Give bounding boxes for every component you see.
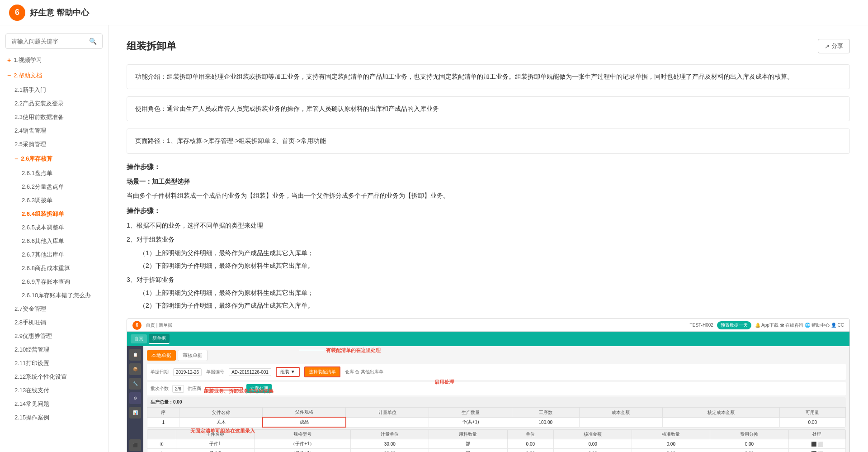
sidebar-item-mobile[interactable]: 2.8手机旺铺 [0, 316, 108, 329]
search-icon[interactable]: 🔍 [89, 38, 97, 45]
sim-th-prod-qty: 生产数量 [429, 408, 512, 418]
sidebar-item-faq[interactable]: 2.14常见问题 [0, 397, 108, 411]
step2: 2、对于组装业务 [127, 234, 850, 245]
sidebar-item-new-user[interactable]: 2.1新手入门 [0, 83, 108, 97]
sidebar-item-transfer[interactable]: 2.6.3调拨单 [0, 194, 108, 207]
sim-docid-input[interactable]: AD-20191226-001 [229, 368, 271, 376]
logo-icon: 6 [9, 5, 25, 21]
sidebar-item-partial-stocktake[interactable]: 2.6.2分量盘点单 [0, 180, 108, 194]
sim-supplier-input[interactable] [205, 387, 243, 390]
sim-th-avail: 可用量 [779, 408, 845, 418]
sim-top-breadcrumb: 自貢 | 新单据 [146, 322, 172, 328]
sim-nav-home[interactable]: 自貢 [131, 334, 147, 343]
expand-icon: + [7, 57, 11, 64]
sidebar-item-ledger-fix[interactable]: 2.6.10库存账本错了怎么办 [0, 289, 108, 302]
sim-qty-label: 批次个数 [151, 385, 169, 392]
sim-date-input[interactable]: 2019-12-26 [173, 368, 202, 376]
sim-form-row-1: 单据日期 2019-12-26 单据编号 AD-20191226-001 组装 … [147, 364, 846, 380]
step2-sub2: （2）下部明细为子件明细，最终作为原材料生成其它出库单。 [127, 260, 850, 271]
screenshot-container: 6 自貢 | 新单据 TEST-H002 预置数据一天 🔔 App下载 ☎ 在线… [127, 319, 850, 452]
sidebar-item-print[interactable]: 2.11打印设置 [0, 357, 108, 370]
share-icon: ↗ [825, 43, 830, 50]
page-header: 组装拆卸单 ↗ 分享 [127, 39, 850, 53]
sidebar-item-cost-adjust[interactable]: 2.6.5成本调整单 [0, 221, 108, 234]
search-box[interactable]: 🔍 [5, 33, 103, 49]
step1: 1、根据不同的业务，选择不同单据的类型来处理 [127, 220, 850, 231]
sim-child-th-seq [147, 430, 176, 439]
sim-th-seq: 序 [147, 408, 179, 418]
page-title: 组装拆卸单 [127, 39, 176, 53]
sim-confirm-btn[interactable]: 选择装配清单 [304, 366, 340, 377]
step2-sub1: （1）上部明细为父件明细，最终作为产成品生成其它入库单； [127, 247, 850, 259]
sim-child-table-container: 子件名称 规格型号 计量单位 用料数量 单位 核准金额 核准数量 费用分摊 [147, 429, 846, 452]
sim-store-id: TEST-H002 [690, 323, 713, 328]
sim-child-table: 子件名称 规格型号 计量单位 用料数量 单位 核准金额 核准数量 费用分摊 [147, 429, 846, 452]
sim-tab-row: 本地单据 审核单据 [147, 350, 846, 361]
sim-child-th-std-amt: 核准金额 [554, 430, 632, 439]
scene1-desc: 当由多个子件材料组装成一个成品的业务为【组装】业务，当由一个父件拆分成多个子产品… [127, 190, 850, 202]
sim-form-area: 本地单据 审核单据 单据日期 2019-12-26 单据编号 AD-201912… [143, 346, 849, 452]
sidebar-item-install[interactable]: 2.2产品安装及登录 [0, 97, 108, 110]
sidebar-item-cost-recalc[interactable]: 2.6.8商品成本重算 [0, 262, 108, 275]
collapse-icon-2: − [14, 155, 18, 162]
step3-sub2: （2）下部明细为子件明细，最终作为产成品生成其它入库单。 [127, 300, 850, 311]
sim-sidebar-icon-3: 🔧 [129, 378, 141, 390]
step3-sub1: （1）上部明细为父件明细，最终作为原材料生成其它出库单； [127, 287, 850, 299]
sidebar-item-finance[interactable]: 2.7资金管理 [0, 302, 108, 316]
sidebar-item-other-out[interactable]: 2.6.7其他出库单 [0, 248, 108, 262]
sidebar-item-stocktake[interactable]: 2.6.1盘点单 [0, 167, 108, 180]
sidebar-item-docs[interactable]: − 2.帮助文档 [0, 68, 108, 83]
sim-preset-btn[interactable]: 预置数据一天 [717, 321, 751, 329]
sim-th-process: 工序数 [512, 408, 580, 418]
sidebar-item-video[interactable]: + 1.视频学习 [0, 52, 108, 68]
sidebar-item-sales[interactable]: 2.4销售管理 [0, 124, 108, 138]
sidebar-item-biz-mgmt[interactable]: 2.10经营管理 [0, 343, 108, 357]
sim-logo: 6 [132, 321, 142, 330]
role-intro-block: 使用角色：通常由生产人员或库管人员完成拆装业务的操作，库管人员确认原材料的出库和… [127, 96, 850, 121]
sim-child-row-1: ① 子件1 （子件+1） 30.00 部 0.00 0.00 0.00 [147, 439, 846, 449]
search-input[interactable] [11, 38, 89, 45]
sim-content-area: 📋 📦 🔧 ⚙ 📊 ⬛ ⬛ 本地单据 [127, 346, 849, 452]
main-layout: 🔍 + 1.视频学习 − 2.帮助文档 2.1新手入门 2.2产品安装及登录 2… [0, 25, 868, 452]
app-header: 6 好生意 帮助中心 [0, 0, 868, 25]
sidebar-item-personalize[interactable]: 2.12系统个性化设置 [0, 370, 108, 384]
sidebar-item-inventory[interactable]: − 2.6库存核算 [0, 151, 108, 167]
sim-form-row-2: 批次个数 2/6 供应商 立案处理 [147, 382, 846, 395]
steps-title: 操作步骤： [127, 207, 850, 215]
sim-child-th-unit: 计量单位 [351, 430, 429, 439]
sim-sidebar-icon-2: 📦 [129, 363, 141, 375]
sim-child-th-spec: 规格型号 [254, 430, 350, 439]
sidebar-item-assembly[interactable]: 2.6.4组装拆卸单 [0, 207, 108, 221]
main-content: 组装拆卸单 ↗ 分享 功能介绍：组装拆卸单用来处理企业组装或拆卸等加工业务，支持… [108, 25, 868, 452]
sim-sidebar-icon-4[interactable]: ⚙ [129, 392, 141, 404]
sim-parent-cell-edit[interactable]: 成品 [263, 417, 346, 427]
sidebar-item-coupon[interactable]: 2.9优惠券管理 [0, 329, 108, 343]
sim-tab-create[interactable]: 本地单据 [147, 350, 176, 361]
sidebar-item-cases[interactable]: 2.15操作案例 [0, 411, 108, 424]
sidebar-item-online-pay[interactable]: 2.13在线支付 [0, 384, 108, 397]
sim-module-nav: 自貢 新单据 [127, 332, 849, 346]
sim-docid-label: 单据编号 [206, 369, 224, 375]
func-intro-block: 功能介绍：组装拆卸单用来处理企业组装或拆卸等加工业务，支持有固定装配清单的产品加… [127, 64, 850, 89]
sidebar-item-other-in[interactable]: 2.6.6其他入库单 [0, 234, 108, 248]
sidebar-item-ledger-query[interactable]: 2.6.9库存账本查询 [0, 275, 108, 289]
operations-section: 操作步骤： 场景一：加工类型选择 当由多个子件材料组装成一个成品的业务为【组装】… [127, 163, 850, 312]
sim-type-select[interactable]: 组装 ▼ [276, 367, 300, 377]
sim-date-label: 单据日期 [151, 369, 169, 375]
sim-nav-new-doc[interactable]: 新单据 [149, 334, 170, 344]
sim-supplier-label: 供应商 [188, 385, 201, 392]
sidebar-item-purchase[interactable]: 2.5采购管理 [0, 138, 108, 151]
operations-title: 操作步骤： [127, 163, 850, 171]
sim-child-th-unit2: 单位 [507, 430, 553, 439]
sidebar-item-data-prep[interactable]: 2.3使用前数据准备 [0, 110, 108, 124]
sim-qty-input[interactable]: 2/6 [172, 385, 184, 393]
sim-child-th-action: 处理 [788, 430, 846, 439]
scene1-title: 场景一：加工类型选择 [127, 178, 850, 186]
sim-left-sidebar: 📋 📦 🔧 ⚙ 📊 ⬛ ⬛ [127, 346, 143, 452]
share-button[interactable]: ↗ 分享 [818, 39, 850, 53]
sim-child-th-alloc: 费用分摊 [710, 430, 788, 439]
sim-child-th-std-qty: 核准数量 [632, 430, 710, 439]
sim-enable-btn[interactable]: 立案处理 [246, 384, 272, 393]
sim-child-th-qty: 用料数量 [429, 430, 507, 439]
sim-tab-online[interactable]: 审核单据 [178, 350, 208, 361]
